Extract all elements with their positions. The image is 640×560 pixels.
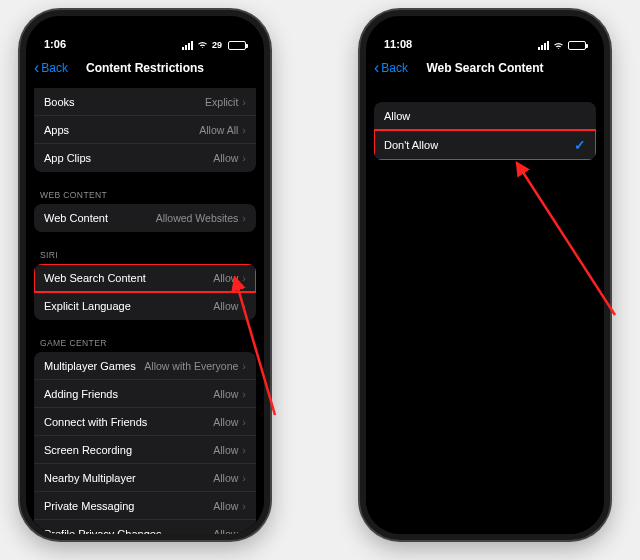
settings-content[interactable]: Books Explicit› Apps Allow All› App Clip… xyxy=(26,84,264,534)
phone-right: 11:08 ‹ Back Web Search Content Allow xyxy=(360,10,610,540)
row-label: Books xyxy=(44,96,75,108)
back-label: Back xyxy=(381,61,408,75)
row-dont-allow[interactable]: Don't Allow ✓ xyxy=(374,130,596,160)
chevron-right-icon: › xyxy=(242,300,246,312)
section-header-siri: SIRI xyxy=(26,240,264,264)
row-private-messaging[interactable]: Private Messaging Allow› xyxy=(34,492,256,520)
row-value: Allow with Everyone xyxy=(144,360,238,372)
back-button[interactable]: ‹ Back xyxy=(34,60,68,76)
row-label: Nearby Multiplayer xyxy=(44,472,136,484)
chevron-right-icon: › xyxy=(242,124,246,136)
row-value: Allow xyxy=(213,388,238,400)
chevron-right-icon: › xyxy=(242,152,246,164)
row-value: Allow xyxy=(213,472,238,484)
chevron-right-icon: › xyxy=(242,212,246,224)
row-profile-privacy[interactable]: Profile Privacy Changes Allow› xyxy=(34,520,256,534)
row-web-content[interactable]: Web Content Allowed Websites› xyxy=(34,204,256,232)
settings-group-web: Web Content Allowed Websites› xyxy=(34,204,256,232)
settings-group-media: Books Explicit› Apps Allow All› App Clip… xyxy=(34,88,256,172)
row-value: Allowed Websites xyxy=(156,212,239,224)
chevron-right-icon: › xyxy=(242,416,246,428)
chevron-right-icon: › xyxy=(242,528,246,534)
wifi-icon xyxy=(553,42,564,50)
wifi-icon xyxy=(197,41,208,49)
settings-group-game-center: Multiplayer Games Allow with Everyone› A… xyxy=(34,352,256,534)
cellular-icon xyxy=(538,41,549,50)
row-allow[interactable]: Allow xyxy=(374,102,596,130)
row-label: Profile Privacy Changes xyxy=(44,528,161,534)
chevron-right-icon: › xyxy=(242,500,246,512)
row-app-clips[interactable]: App Clips Allow› xyxy=(34,144,256,172)
row-label: App Clips xyxy=(44,152,91,164)
row-label: Web Content xyxy=(44,212,108,224)
row-label: Connect with Friends xyxy=(44,416,147,428)
checkmark-icon: ✓ xyxy=(574,137,586,153)
status-time: 11:08 xyxy=(384,38,412,50)
row-label: Web Search Content xyxy=(44,272,146,284)
back-label: Back xyxy=(41,61,68,75)
settings-group-options: Allow Don't Allow ✓ xyxy=(374,102,596,160)
row-screen-recording[interactable]: Screen Recording Allow› xyxy=(34,436,256,464)
row-value: Allow All xyxy=(199,124,238,136)
chevron-right-icon: › xyxy=(242,360,246,372)
row-value: Allow xyxy=(213,416,238,428)
status-indicators xyxy=(538,41,586,50)
row-books[interactable]: Books Explicit› xyxy=(34,88,256,116)
section-header-game-center: GAME CENTER xyxy=(26,328,264,352)
cellular-icon xyxy=(182,41,193,50)
row-label: Multiplayer Games xyxy=(44,360,136,372)
row-value: Allow xyxy=(213,300,238,312)
nav-bar: ‹ Back Content Restrictions xyxy=(26,52,264,84)
row-value: Allow xyxy=(213,528,238,534)
phone-left: 1:06 29 ‹ Back Content Restrictions Book… xyxy=(20,10,270,540)
notch xyxy=(430,16,540,34)
section-header-web-content: WEB CONTENT xyxy=(26,180,264,204)
row-value: Allow xyxy=(213,152,238,164)
chevron-right-icon: › xyxy=(242,388,246,400)
row-value: Allow xyxy=(213,500,238,512)
row-nearby-multiplayer[interactable]: Nearby Multiplayer Allow› xyxy=(34,464,256,492)
row-adding-friends[interactable]: Adding Friends Allow› xyxy=(34,380,256,408)
dynamic-island xyxy=(106,24,184,46)
row-value: Explicit xyxy=(205,96,238,108)
nav-bar: ‹ Back Web Search Content xyxy=(366,52,604,84)
row-web-search-content[interactable]: Web Search Content Allow› xyxy=(34,264,256,292)
row-label: Explicit Language xyxy=(44,300,131,312)
chevron-right-icon: › xyxy=(242,472,246,484)
row-label: Allow xyxy=(384,110,410,122)
row-label: Adding Friends xyxy=(44,388,118,400)
row-value: Allow xyxy=(213,272,238,284)
row-apps[interactable]: Apps Allow All› xyxy=(34,116,256,144)
row-connect-friends[interactable]: Connect with Friends Allow› xyxy=(34,408,256,436)
chevron-left-icon: ‹ xyxy=(374,60,379,76)
status-indicators: 29 xyxy=(182,40,246,50)
chevron-right-icon: › xyxy=(242,272,246,284)
row-label: Screen Recording xyxy=(44,444,132,456)
row-label: Don't Allow xyxy=(384,139,438,151)
settings-content[interactable]: Allow Don't Allow ✓ xyxy=(366,84,604,534)
battery-percent: 29 xyxy=(212,40,222,50)
chevron-right-icon: › xyxy=(242,96,246,108)
status-time: 1:06 xyxy=(44,38,66,50)
back-button[interactable]: ‹ Back xyxy=(374,60,408,76)
row-explicit-language[interactable]: Explicit Language Allow› xyxy=(34,292,256,320)
settings-group-siri: Web Search Content Allow› Explicit Langu… xyxy=(34,264,256,320)
chevron-left-icon: ‹ xyxy=(34,60,39,76)
row-multiplayer-games[interactable]: Multiplayer Games Allow with Everyone› xyxy=(34,352,256,380)
row-value: Allow xyxy=(213,444,238,456)
row-label: Private Messaging xyxy=(44,500,135,512)
battery-icon xyxy=(228,41,246,50)
battery-icon xyxy=(568,41,586,50)
chevron-right-icon: › xyxy=(242,444,246,456)
row-label: Apps xyxy=(44,124,69,136)
